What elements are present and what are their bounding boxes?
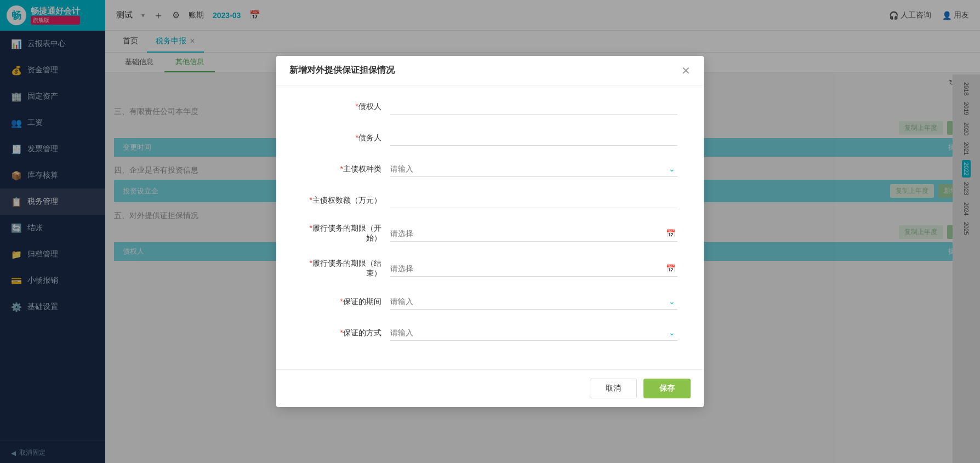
period-end-wrap[interactable]: 📅 — [390, 261, 677, 277]
form-row-period-end: *履行债务的期限（结束） 📅 — [303, 259, 677, 278]
add-guarantee-modal: 新增对外提供保证担保情况 ✕ *债权人 *债务人 — [276, 56, 704, 407]
guarantee-period-label: *保证的期间 — [303, 297, 390, 307]
form-row-debtor: *债务人 — [303, 130, 677, 146]
debtor-label: *债务人 — [303, 133, 390, 143]
modal-overlay: 新增对外提供保证担保情况 ✕ *债权人 *债务人 — [0, 0, 980, 463]
form-row-debt-amount: *主债权数额（万元） — [303, 192, 677, 208]
save-button[interactable]: 保存 — [643, 379, 691, 398]
form-row-debt-type: *主债权种类 ⌄ — [303, 161, 677, 177]
debt-type-label: *主债权种类 — [303, 164, 390, 174]
period-start-label: *履行债务的期限（开始） — [303, 224, 390, 243]
modal-title: 新增对外提供保证担保情况 — [289, 65, 395, 76]
modal-body: *债权人 *债务人 *主债权种类 — [276, 85, 704, 369]
period-start-calendar-icon[interactable]: 📅 — [666, 229, 675, 238]
guarantee-period-input[interactable] — [390, 294, 677, 309]
debt-amount-wrap — [390, 192, 677, 208]
period-start-wrap[interactable]: 📅 — [390, 226, 677, 242]
cancel-button[interactable]: 取消 — [590, 379, 637, 398]
guarantee-method-chevron-icon[interactable]: ⌄ — [669, 328, 675, 337]
guarantee-method-input[interactable] — [390, 325, 677, 340]
creditor-label: *债权人 — [303, 102, 390, 112]
modal-footer: 取消 保存 — [276, 369, 704, 407]
creditor-wrap — [390, 99, 677, 115]
debt-amount-input[interactable] — [390, 192, 677, 208]
period-start-input[interactable] — [390, 226, 677, 241]
guarantee-period-wrap[interactable]: ⌄ — [390, 294, 677, 310]
debt-amount-label: *主债权数额（万元） — [303, 196, 390, 205]
debtor-wrap — [390, 130, 677, 146]
modal-close-button[interactable]: ✕ — [681, 65, 691, 76]
form-row-guarantee-period: *保证的期间 ⌄ — [303, 294, 677, 310]
debtor-input[interactable] — [390, 130, 677, 146]
period-end-calendar-icon[interactable]: 📅 — [666, 264, 675, 273]
period-end-label: *履行债务的期限（结束） — [303, 259, 390, 278]
guarantee-method-label: *保证的方式 — [303, 328, 390, 338]
guarantee-method-wrap[interactable]: ⌄ — [390, 325, 677, 341]
form-row-creditor: *债权人 — [303, 99, 677, 115]
period-end-input[interactable] — [390, 261, 677, 276]
form-row-guarantee-method: *保证的方式 ⌄ — [303, 325, 677, 341]
modal-header: 新增对外提供保证担保情况 ✕ — [276, 56, 704, 85]
guarantee-period-chevron-icon[interactable]: ⌄ — [669, 297, 675, 306]
debt-type-wrap[interactable]: ⌄ — [390, 161, 677, 177]
creditor-input[interactable] — [390, 99, 677, 115]
debt-type-chevron-icon[interactable]: ⌄ — [669, 164, 675, 173]
debt-type-input[interactable] — [390, 161, 677, 176]
form-row-period-start: *履行债务的期限（开始） 📅 — [303, 224, 677, 243]
